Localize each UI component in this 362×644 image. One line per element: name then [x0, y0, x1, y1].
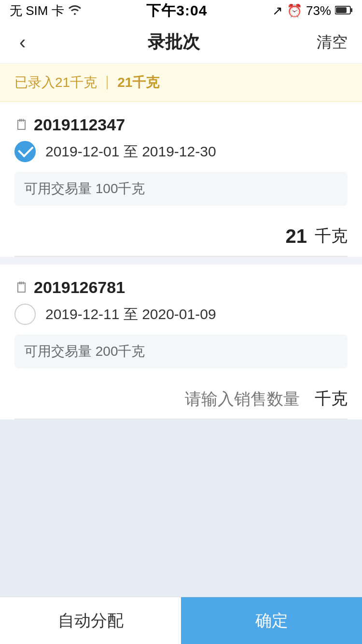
- batch2-icon: 🗒: [14, 280, 29, 296]
- sim-label: 无 SIM 卡: [10, 2, 64, 19]
- status-bar: 无 SIM 卡 下午3:04 ↗ ⏰ 73%: [0, 0, 362, 21]
- info-banner-value: 21千克: [117, 73, 159, 92]
- svg-rect-2: [336, 7, 347, 13]
- wifi-icon: [68, 3, 82, 18]
- batch1-card: 🗒 2019112347 2019-12-01 至 2019-12-30 可用交…: [0, 102, 362, 257]
- battery-text: 73%: [306, 3, 331, 18]
- batch1-date: 2019-12-01 至 2019-12-30: [45, 142, 216, 162]
- batch2-radio[interactable]: [14, 304, 36, 325]
- batch1-icon: 🗒: [14, 117, 29, 133]
- battery-icon: [335, 3, 352, 18]
- batch1-id-row: 🗒 2019112347: [14, 115, 348, 134]
- card-separator-1: [0, 257, 362, 265]
- batch1-radio[interactable]: [14, 141, 36, 162]
- svg-rect-1: [351, 8, 352, 12]
- batch1-id: 2019112347: [34, 115, 125, 134]
- status-bar-time: 下午3:04: [146, 1, 207, 21]
- status-bar-right: ↗ ⏰ 73%: [272, 3, 352, 18]
- info-banner-label: 已录入21千克: [14, 73, 97, 92]
- info-banner: 已录入21千克 21千克: [0, 64, 362, 102]
- bottom-bar: 自动分配 确定: [0, 597, 362, 644]
- nav-bar: ‹ 录批次 清空: [0, 21, 362, 64]
- alarm-icon: ⏰: [287, 3, 302, 18]
- batch2-date-row[interactable]: 2019-12-11 至 2020-01-09: [14, 304, 348, 325]
- batch2-id-row: 🗒 2019126781: [14, 278, 348, 297]
- batch2-avail: 可用交易量 200千克: [14, 335, 348, 368]
- batch1-avail: 可用交易量 100千克: [14, 172, 348, 206]
- batch1-date-row[interactable]: 2019-12-01 至 2019-12-30: [14, 141, 348, 162]
- batch2-date: 2019-12-11 至 2020-01-09: [45, 305, 216, 324]
- status-bar-left: 无 SIM 卡: [10, 2, 82, 19]
- batch2-card-inner: 🗒 2019126781 2019-12-11 至 2020-01-09 可用交…: [0, 265, 362, 368]
- batch2-input-row[interactable]: 千克: [0, 380, 362, 419]
- auto-distribute-button[interactable]: 自动分配: [0, 597, 181, 644]
- batch1-card-inner: 🗒 2019112347 2019-12-01 至 2019-12-30 可用交…: [0, 102, 362, 206]
- batch1-unit: 千克: [315, 225, 348, 247]
- info-banner-divider: [107, 76, 108, 89]
- batch2-qty-input[interactable]: [162, 390, 307, 408]
- batch2-card: 🗒 2019126781 2019-12-11 至 2020-01-09 可用交…: [0, 265, 362, 420]
- back-button[interactable]: ‹: [14, 27, 30, 58]
- page-title: 录批次: [148, 30, 200, 54]
- batch1-amount: 21: [286, 225, 307, 247]
- location-icon: ↗: [272, 3, 283, 18]
- confirm-button[interactable]: 确定: [181, 597, 362, 644]
- batch2-qty-unit: 千克: [315, 388, 348, 410]
- batch2-id: 2019126781: [34, 278, 125, 297]
- batch1-amount-row: 21 千克: [0, 217, 362, 256]
- clear-button[interactable]: 清空: [317, 32, 348, 53]
